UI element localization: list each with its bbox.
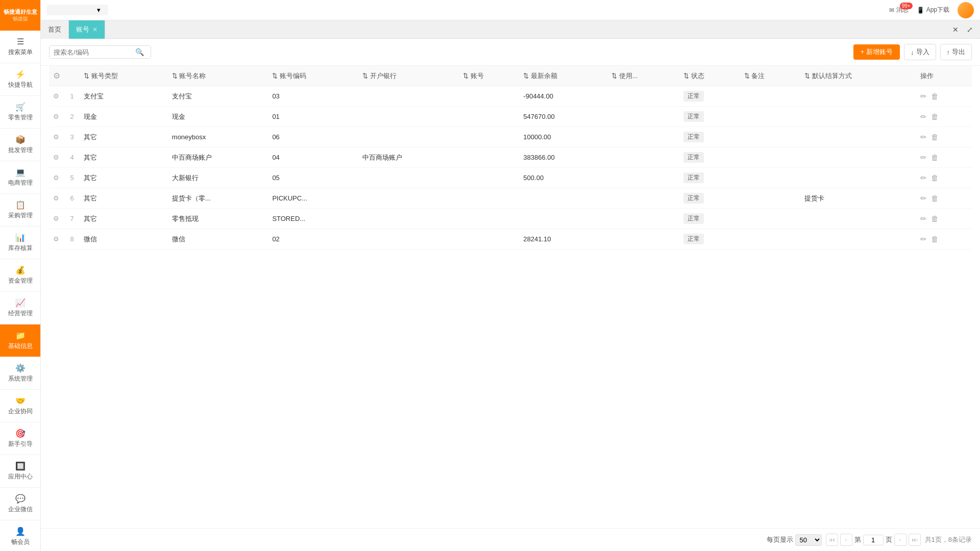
cell-status: 正常 bbox=[679, 107, 740, 127]
row-settings-icon[interactable]: ⚙ bbox=[53, 92, 59, 100]
row-settings-icon[interactable]: ⚙ bbox=[53, 194, 59, 202]
prev-page-button[interactable]: ‹ bbox=[840, 534, 852, 546]
user-avatar[interactable] bbox=[958, 2, 974, 18]
cell-status: 正常 bbox=[679, 168, 740, 188]
tab-account[interactable]: 账号✕ bbox=[69, 20, 105, 39]
edit-button[interactable]: ✏ bbox=[920, 153, 927, 162]
add-account-button[interactable]: + 新增账号 bbox=[853, 44, 900, 60]
sidebar-label-basic-info: 基础信息 bbox=[8, 342, 33, 350]
col-header-code[interactable]: ⇅ 账号编码 bbox=[268, 66, 358, 86]
tab-home[interactable]: 首页 bbox=[41, 20, 69, 39]
search-wrap[interactable]: 🔍 bbox=[49, 45, 151, 59]
sidebar-label-ecommerce-manage: 电商管理 bbox=[8, 179, 33, 187]
sidebar-icon-wholesale-manage: 📦 bbox=[15, 135, 26, 144]
sidebar-icon-enterprise-wechat: 💬 bbox=[15, 494, 26, 504]
sidebar-item-search-menu[interactable]: ☰搜索菜单 bbox=[0, 31, 40, 63]
edit-button[interactable]: ✏ bbox=[920, 194, 927, 203]
toolbar-right: + 新增账号 ↓ 导入 ↑ 导出 bbox=[853, 44, 972, 60]
row-settings-icon[interactable]: ⚙ bbox=[53, 133, 59, 141]
sidebar-item-member[interactable]: 👤畅会员 bbox=[0, 520, 40, 551]
row-index: 1 bbox=[64, 86, 80, 107]
col-header-account[interactable]: ⇅ 账号 bbox=[459, 66, 519, 86]
sidebar-item-enterprise-wechat[interactable]: 💬企业微信 bbox=[0, 488, 40, 520]
col-header-bank[interactable]: ⇅ 开户银行 bbox=[358, 66, 459, 86]
delete-button[interactable]: 🗑 bbox=[931, 133, 939, 142]
sidebar-item-enterprise-agreement[interactable]: 🤝企业协同 bbox=[0, 390, 40, 422]
col-header-status[interactable]: ⇅ 状态 bbox=[679, 66, 740, 86]
sidebar-item-new-guide[interactable]: 🎯新手引导 bbox=[0, 422, 40, 455]
col-header-default_settlement[interactable]: ⇅ 默认结算方式 bbox=[800, 66, 916, 86]
sidebar-icon-operation-manage: 📈 bbox=[15, 298, 26, 308]
delete-button[interactable]: 🗑 bbox=[931, 173, 939, 183]
delete-button[interactable]: 🗑 bbox=[931, 92, 939, 101]
close-all-tabs-button[interactable]: ✕ bbox=[949, 23, 962, 36]
app-download-button[interactable]: 📱 App下载 bbox=[917, 6, 949, 14]
message-button[interactable]: ✉ 消息 99+ bbox=[889, 6, 909, 14]
next-page-button[interactable]: › bbox=[894, 534, 906, 546]
status-badge: 正常 bbox=[683, 91, 704, 102]
edit-button[interactable]: ✏ bbox=[920, 235, 927, 244]
sidebar-item-basic-info[interactable]: 📁基础信息 bbox=[0, 324, 40, 357]
page-input[interactable] bbox=[863, 535, 884, 545]
sidebar-item-quick-nav[interactable]: ⚡快捷导航 bbox=[0, 63, 40, 96]
col-header-remark[interactable]: ⇅ 备注 bbox=[740, 66, 800, 86]
delete-button[interactable]: 🗑 bbox=[931, 112, 939, 121]
search-input[interactable] bbox=[54, 48, 135, 56]
row-settings-icon[interactable]: ⚙ bbox=[53, 174, 59, 182]
last-page-button[interactable]: ⏭ bbox=[909, 534, 921, 546]
sidebar-icon-ecommerce-manage: 💻 bbox=[15, 167, 26, 177]
row-settings-icon[interactable]: ⚙ bbox=[53, 215, 59, 222]
cell-code: 04 bbox=[268, 147, 358, 168]
import-button[interactable]: ↓ 导入 bbox=[904, 44, 936, 60]
sidebar-item-app-center[interactable]: 🔲应用中心 bbox=[0, 455, 40, 488]
first-page-button[interactable]: ⏮ bbox=[826, 534, 838, 546]
row-settings-icon[interactable]: ⚙ bbox=[53, 154, 59, 161]
edit-button[interactable]: ✏ bbox=[920, 214, 927, 223]
sidebar-item-retail-manage[interactable]: 🛒零售管理 bbox=[0, 96, 40, 129]
sidebar-icon-fund-manage: 💰 bbox=[15, 265, 26, 275]
column-settings-icon[interactable]: ⚙ bbox=[53, 71, 60, 80]
edit-button[interactable]: ✏ bbox=[920, 173, 927, 183]
row-settings-icon[interactable]: ⚙ bbox=[53, 113, 59, 120]
cell-code: 06 bbox=[268, 127, 358, 147]
sidebar-icon-search-menu: ☰ bbox=[17, 37, 24, 46]
top-search-box[interactable]: ▾ bbox=[47, 5, 108, 15]
delete-button[interactable]: 🗑 bbox=[931, 194, 939, 203]
cell-action: ✏🗑 bbox=[916, 168, 972, 188]
table-row: ⚙6其它提货卡（零...PICKUPC...正常提货卡✏🗑 bbox=[49, 188, 972, 209]
export-button[interactable]: ↑ 导出 bbox=[940, 44, 972, 60]
sidebar-item-purchase-manage[interactable]: 📋采购管理 bbox=[0, 194, 40, 227]
table-wrap: ⚙⇅ 账号类型⇅ 账号名称⇅ 账号编码⇅ 开户银行⇅ 账号⇅ 最新余额⇅ 使用.… bbox=[41, 66, 980, 528]
col-header-type[interactable]: ⇅ 账号类型 bbox=[80, 66, 168, 86]
col-header-name[interactable]: ⇅ 账号名称 bbox=[168, 66, 268, 86]
col-header-usage[interactable]: ⇅ 使用... bbox=[607, 66, 679, 86]
col-header-balance[interactable]: ⇅ 最新余额 bbox=[519, 66, 607, 86]
sidebar-item-fund-manage[interactable]: 💰资金管理 bbox=[0, 259, 40, 292]
sidebar-item-inventory-calc[interactable]: 📊库存核算 bbox=[0, 227, 40, 259]
row-settings-icon[interactable]: ⚙ bbox=[53, 235, 59, 243]
sidebar-item-ecommerce-manage[interactable]: 💻电商管理 bbox=[0, 161, 40, 194]
edit-button[interactable]: ✏ bbox=[920, 133, 927, 142]
tab-label-account: 账号 bbox=[76, 25, 89, 34]
cell-usage bbox=[607, 147, 679, 168]
expand-button[interactable]: ⤢ bbox=[964, 23, 976, 36]
sidebar-item-system-manage[interactable]: ⚙️系统管理 bbox=[0, 357, 40, 390]
cell-remark bbox=[740, 168, 800, 188]
edit-button[interactable]: ✏ bbox=[920, 92, 927, 101]
sidebar-item-operation-manage[interactable]: 📈经营管理 bbox=[0, 292, 40, 324]
import-icon: ↓ bbox=[911, 48, 914, 56]
cell-usage bbox=[607, 188, 679, 209]
tab-close-account[interactable]: ✕ bbox=[92, 26, 97, 33]
cell-default_settlement bbox=[800, 229, 916, 249]
sidebar-item-wholesale-manage[interactable]: 📦批发管理 bbox=[0, 129, 40, 161]
per-page-select[interactable]: 50 100 bbox=[795, 534, 822, 546]
delete-button[interactable]: 🗑 bbox=[931, 235, 939, 244]
edit-button[interactable]: ✏ bbox=[920, 112, 927, 121]
delete-button[interactable]: 🗑 bbox=[931, 214, 939, 223]
top-search-input[interactable] bbox=[51, 7, 97, 14]
status-badge: 正常 bbox=[683, 234, 704, 244]
top-search-icon: ▾ bbox=[97, 6, 101, 14]
cell-type: 其它 bbox=[80, 188, 168, 209]
delete-button[interactable]: 🗑 bbox=[931, 153, 939, 162]
table-row: ⚙8微信微信0228241.10正常✏🗑 bbox=[49, 229, 972, 249]
